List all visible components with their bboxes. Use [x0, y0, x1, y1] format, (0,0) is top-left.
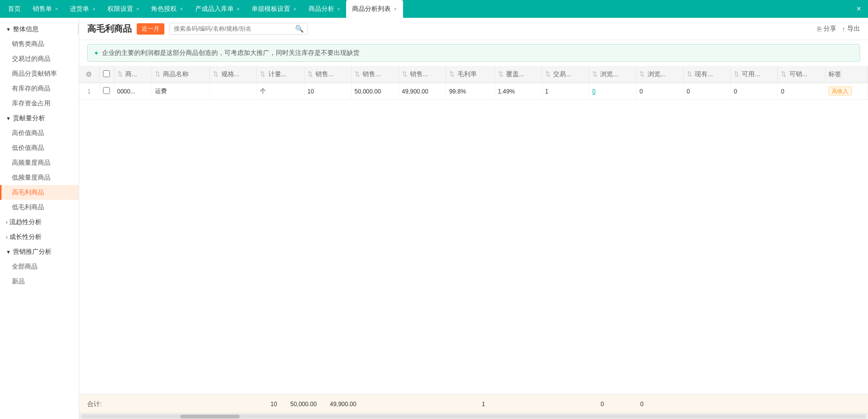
- nav-tab-analysis-list[interactable]: 商品分析列表 ×: [346, 0, 403, 18]
- cell-gross-rate: 99.8%: [446, 83, 495, 100]
- time-filter-button[interactable]: 近一月: [137, 23, 164, 35]
- footer-sales-cost: 49,900.00: [320, 401, 359, 408]
- close-sales-tab[interactable]: ×: [55, 6, 58, 12]
- search-icon[interactable]: 🔍: [295, 25, 304, 33]
- top-nav: 首页 销售单 × 进货单 × 权限设置 × 角色授权 × 产成品入库单 × 单据…: [0, 0, 868, 18]
- sidebar-item-new-goods[interactable]: 新品: [0, 274, 79, 289]
- col-spec[interactable]: ⇅ 规格...: [210, 66, 257, 83]
- sidebar-item-low-value[interactable]: 低价值商品: [0, 140, 79, 155]
- nav-tab-template[interactable]: 单据模板设置 ×: [246, 0, 302, 18]
- main-container: « ▼ 整体信息 销售类商品 交易过的商品 商品分贡献销率 有库存的商品 库存资…: [0, 18, 868, 419]
- col-unit[interactable]: ⇅ 计量...: [257, 66, 304, 83]
- sidebar-item-traded-goods[interactable]: 交易过的商品: [0, 51, 79, 66]
- close-analysis-tab[interactable]: ×: [337, 6, 340, 12]
- col-settings[interactable]: ⚙: [79, 66, 99, 83]
- sort-handle: ⇅: [687, 70, 692, 78]
- sidebar-item-all-goods[interactable]: 全部商品: [0, 259, 79, 274]
- info-banner: ✦ 企业的主要的利润都是这部分商品创造的，可考虑加大推广，同时关注库存是不要出现…: [87, 44, 860, 62]
- col-saleable[interactable]: ⇅ 可销...: [778, 66, 825, 83]
- footer-spacer3: [488, 401, 567, 408]
- sort-handle: ⇅: [592, 70, 598, 78]
- nav-tab-purchase[interactable]: 进货单 ×: [64, 0, 101, 18]
- footer-label: 合计:: [87, 400, 102, 409]
- row-checkbox[interactable]: [103, 87, 110, 94]
- cell-tag: 高收入: [825, 83, 868, 100]
- cell-checkbox[interactable]: [99, 83, 114, 100]
- footer-available1: 0: [567, 401, 607, 408]
- sort-handle: ⇅: [260, 70, 265, 78]
- sidebar-group-growth[interactable]: › 成长性分析: [0, 230, 79, 244]
- sort-handle: ⇅: [781, 70, 786, 78]
- share-button[interactable]: ⎘ 分享: [817, 24, 836, 33]
- nav-tab-permission[interactable]: 权限设置 ×: [102, 0, 145, 18]
- close-role-tab[interactable]: ×: [180, 6, 183, 12]
- share-icon: ⎘: [817, 25, 821, 33]
- export-button[interactable]: ↑ 导出: [842, 24, 861, 33]
- sort-handle: ⇅: [402, 70, 408, 78]
- sidebar-item-low-freq[interactable]: 低频量度商品: [0, 170, 79, 185]
- sidebar-toggle[interactable]: «: [78, 23, 79, 35]
- cell-browse1[interactable]: 0: [589, 83, 636, 100]
- nav-tab-role[interactable]: 角色授权 ×: [145, 0, 189, 18]
- col-sales-cost[interactable]: ⇅ 销售...: [399, 66, 446, 83]
- close-permission-tab[interactable]: ×: [136, 6, 139, 12]
- col-code[interactable]: ⇅ 商...: [114, 66, 152, 83]
- scrollbar-area[interactable]: [79, 413, 868, 419]
- footer-bar: 合计: 10 50,000.00 49,900.00 1 0 0: [79, 394, 868, 413]
- sidebar-item-high-freq[interactable]: 高频量度商品: [0, 155, 79, 170]
- settings-icon[interactable]: ⚙: [86, 70, 92, 78]
- col-browse1[interactable]: ⇅ 浏览...: [589, 66, 636, 83]
- sidebar-item-contribution[interactable]: 商品分贡献销率: [0, 66, 79, 81]
- cell-saleable: 0: [778, 83, 825, 100]
- sidebar-group-marketing[interactable]: ▼ 营销推广分析: [0, 244, 79, 259]
- col-sales-amt[interactable]: ⇅ 销售...: [352, 66, 399, 83]
- sidebar-group-overall[interactable]: ▼ 整体信息: [0, 22, 79, 37]
- cell-trade: 1: [542, 83, 589, 100]
- sidebar-item-stock-goods[interactable]: 有库存的商品: [0, 81, 79, 96]
- cell-code: 0000...: [114, 83, 152, 100]
- col-sales-qty[interactable]: ⇅ 销售...: [304, 66, 351, 83]
- sidebar-item-capital[interactable]: 库存资金占用: [0, 96, 79, 111]
- select-all-checkbox[interactable]: [103, 70, 110, 77]
- col-available2[interactable]: ⇅ 可用...: [730, 66, 777, 83]
- sort-handle: ⇅: [545, 70, 551, 78]
- cell-available1: 0: [683, 83, 730, 100]
- scrollbar-track[interactable]: [81, 415, 866, 419]
- sidebar-item-high-value[interactable]: 高价值商品: [0, 126, 79, 140]
- nav-tab-sales[interactable]: 销售单 ×: [27, 0, 64, 18]
- nav-tab-product-stock[interactable]: 产成品入库单 ×: [189, 0, 246, 18]
- sidebar-item-low-margin[interactable]: 低毛利商品: [0, 200, 79, 215]
- col-trade[interactable]: ⇅ 交易...: [542, 66, 589, 83]
- col-tag[interactable]: 标签: [825, 66, 868, 83]
- sidebar-item-high-margin[interactable]: 高毛利商品: [0, 185, 79, 200]
- sort-handle: ⇅: [307, 70, 313, 78]
- close-purchase-tab[interactable]: ×: [92, 6, 95, 12]
- sort-handle: ⇅: [498, 70, 504, 78]
- close-analysis-list-tab[interactable]: ×: [394, 6, 397, 12]
- arrow-growth: ›: [6, 234, 7, 240]
- sidebar-item-sales-goods[interactable]: 销售类商品: [0, 37, 79, 51]
- table-wrapper[interactable]: ⚙ ⇅ 商... ⇅ 商品名称: [79, 66, 868, 394]
- data-table: ⚙ ⇅ 商... ⇅ 商品名称: [79, 66, 868, 100]
- col-available1[interactable]: ⇅ 现有...: [683, 66, 730, 83]
- nav-close-all[interactable]: ×: [852, 0, 866, 18]
- search-input[interactable]: [174, 25, 295, 32]
- col-browse2[interactable]: ⇅ 浏览...: [636, 66, 683, 83]
- col-name[interactable]: ⇅ 商品名称: [152, 66, 210, 83]
- close-product-stock-tab[interactable]: ×: [237, 6, 240, 12]
- sidebar-group-contribution[interactable]: ▼ 贡献量分析: [0, 111, 79, 126]
- nav-tab-analysis[interactable]: 商品分析 ×: [303, 0, 346, 18]
- footer-spacer: [112, 401, 241, 408]
- scrollbar-thumb[interactable]: [180, 415, 240, 419]
- arrow-contribution: ▼: [6, 116, 11, 121]
- nav-tab-home[interactable]: 首页: [2, 0, 27, 18]
- page-title: 高毛利商品: [87, 23, 132, 35]
- cell-available2: 0: [730, 83, 777, 100]
- sort-handle: ⇅: [639, 70, 645, 78]
- col-cover[interactable]: ⇅ 覆盖...: [495, 66, 542, 83]
- close-template-tab[interactable]: ×: [293, 6, 296, 12]
- col-gross-rate[interactable]: ⇅ 毛利率: [446, 66, 495, 83]
- footer-sales-qty: 10: [241, 401, 280, 408]
- sort-handle: ⇅: [213, 70, 218, 78]
- sidebar-group-flow[interactable]: › 流趋性分析: [0, 215, 79, 230]
